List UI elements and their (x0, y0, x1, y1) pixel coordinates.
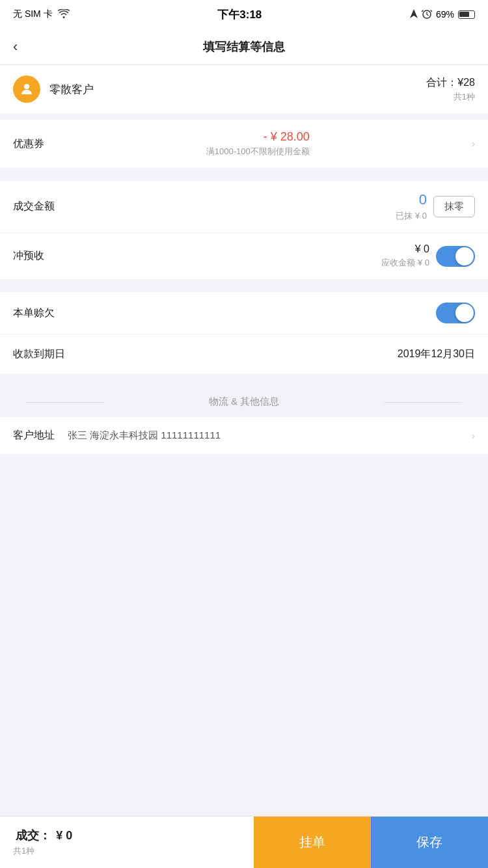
total-count: 共1种 (426, 91, 475, 103)
alarm-icon (422, 8, 432, 21)
coupon-label: 优惠券 (13, 137, 44, 151)
logistics-header: 物流 & 其他信息 (0, 387, 488, 417)
credit-toggle-knob (455, 304, 474, 322)
nav-bar: ‹ 填写结算等信息 (0, 29, 488, 65)
no-sim-text: 无 SIM 卡 (13, 8, 53, 20)
address-row[interactable]: 客户地址 张三 海淀永丰科技园 11111111111 › (0, 417, 488, 454)
back-button[interactable]: ‹ (13, 40, 18, 54)
prepayment-col: ¥ 0 应收金额 ¥ 0 (381, 243, 429, 269)
status-right: 69% (410, 8, 475, 21)
due-date-value[interactable]: 2019年12月30日 (398, 347, 475, 361)
deal-amount-col: 0 已抹 ¥ 0 (396, 191, 427, 222)
due-date-row: 收款到期日 2019年12月30日 (0, 334, 488, 373)
content: 零散客户 合计：¥28 共1种 优惠券 - ¥ 28.00 满1000-100不… (0, 65, 488, 519)
deal-section: 成交金额 0 已抹 ¥ 0 抹零 冲预收 ¥ 0 应收金额 ¥ 0 (0, 181, 488, 279)
divider-3 (0, 380, 488, 387)
due-date-label: 收款到期日 (13, 347, 65, 361)
coupon-chevron-icon: › (472, 138, 475, 150)
address-chevron-icon: › (472, 430, 475, 442)
battery-percent: 69% (436, 9, 454, 20)
deal-amount-right: 0 已抹 ¥ 0 抹零 (396, 191, 475, 222)
prepayment-toggle[interactable] (436, 246, 475, 267)
status-time: 下午3:18 (217, 7, 262, 22)
customer-row: 零散客户 合计：¥28 共1种 (0, 65, 488, 113)
customer-right: 合计：¥28 共1种 (426, 76, 475, 103)
status-bar: 无 SIM 卡 下午3:18 69% (0, 0, 488, 29)
prepayment-right: ¥ 0 应收金额 ¥ 0 (381, 243, 475, 269)
deal-amount-label: 成交金额 (13, 200, 55, 213)
coupon-section: 优惠券 - ¥ 28.00 满1000-100不限制使用金额 › (0, 120, 488, 168)
bottom-bar: 成交： ¥ 0 共1种 挂单 保存 (0, 816, 488, 868)
coupon-subtext: 满1000-100不限制使用金额 (206, 146, 310, 157)
prepayment-sub: 应收金额 ¥ 0 (381, 257, 429, 269)
battery-icon (458, 10, 475, 19)
save-button[interactable]: 保存 (371, 817, 488, 869)
prepayment-value: ¥ 0 (415, 243, 429, 255)
credit-toggle[interactable] (436, 303, 475, 323)
divider-2 (0, 286, 488, 292)
divider-1 (0, 174, 488, 181)
total-amount: 合计：¥28 (426, 76, 475, 90)
bottom-deal-label: 成交： (16, 829, 51, 842)
gps-icon (410, 9, 418, 20)
bottom-deal-amount: ¥ 0 (56, 829, 72, 842)
deal-amount-row: 成交金额 0 已抹 ¥ 0 抹零 (0, 181, 488, 233)
coupon-row[interactable]: 优惠券 - ¥ 28.00 满1000-100不限制使用金额 › (0, 120, 488, 168)
coupon-right: - ¥ 28.00 满1000-100不限制使用金额 (206, 130, 310, 157)
hang-button[interactable]: 挂单 (254, 817, 371, 869)
deal-amount-sub: 已抹 ¥ 0 (396, 210, 427, 222)
bottom-count: 共1种 (13, 845, 241, 857)
address-label: 客户地址 (13, 429, 55, 442)
bottom-deal-row: 成交： ¥ 0 (13, 828, 241, 843)
page-title: 填写结算等信息 (203, 39, 285, 55)
logistics-title: 物流 & 其他信息 (209, 396, 279, 407)
address-section: 客户地址 张三 海淀永丰科技园 11111111111 › (0, 417, 488, 454)
credit-label: 本单赊欠 (13, 306, 55, 320)
avatar (13, 75, 40, 103)
bottom-info: 成交： ¥ 0 共1种 (0, 828, 254, 857)
prepayment-row: 冲预收 ¥ 0 应收金额 ¥ 0 (0, 233, 488, 279)
svg-point-1 (24, 84, 29, 89)
prepayment-label: 冲预收 (13, 249, 44, 263)
toggle-knob (455, 247, 474, 265)
status-left: 无 SIM 卡 (13, 8, 70, 20)
customer-name: 零散客户 (49, 82, 94, 97)
roundoff-button[interactable]: 抹零 (433, 196, 475, 217)
customer-left: 零散客户 (13, 75, 94, 103)
address-value: 张三 海淀永丰科技园 11111111111 (68, 429, 459, 442)
credit-row: 本单赊欠 (0, 292, 488, 334)
deal-amount-value[interactable]: 0 (419, 191, 427, 208)
coupon-discount: - ¥ 28.00 (264, 130, 310, 144)
wifi-icon (58, 9, 70, 20)
credit-section: 本单赊欠 收款到期日 2019年12月30日 (0, 292, 488, 373)
